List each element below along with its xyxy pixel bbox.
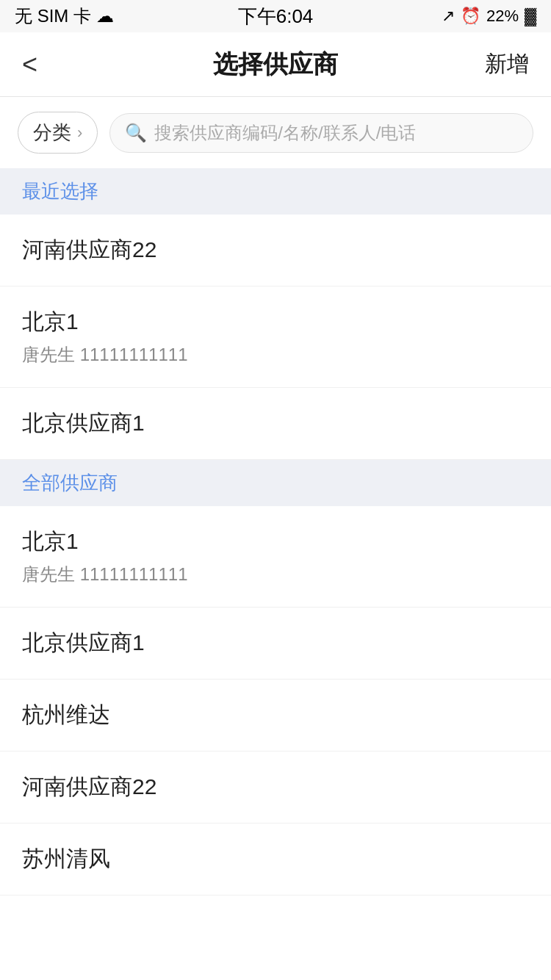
category-filter-button[interactable]: 分类 › — [18, 112, 98, 154]
all-supplier-list: 北京1唐先生 11111111111北京供应商1杭州维达河南供应商22苏州清风 — [0, 506, 551, 896]
recent-supplier-list: 河南供应商22北京1唐先生 11111111111北京供应商1 — [0, 215, 551, 460]
list-item[interactable]: 杭州维达 — [0, 680, 551, 752]
filter-row: 分类 › 🔍 搜索供应商编码/名称/联系人/电话 — [0, 97, 551, 168]
status-bar-time: 下午6:04 — [238, 4, 314, 29]
list-item[interactable]: 北京供应商1 — [0, 388, 551, 460]
supplier-name: 北京供应商1 — [22, 408, 529, 439]
list-item[interactable]: 北京1唐先生 11111111111 — [0, 506, 551, 608]
list-item[interactable]: 河南供应商22 — [0, 752, 551, 824]
list-item[interactable]: 苏州清风 — [0, 824, 551, 896]
search-placeholder-text: 搜索供应商编码/名称/联系人/电话 — [154, 121, 416, 145]
battery-label: 22% — [486, 7, 519, 26]
supplier-name: 河南供应商22 — [22, 772, 529, 802]
supplier-contact: 唐先生 11111111111 — [22, 563, 529, 586]
search-icon: 🔍 — [125, 123, 147, 143]
add-button[interactable]: 新增 — [485, 49, 529, 79]
alarm-icon: ⏰ — [461, 7, 480, 26]
list-item[interactable]: 北京供应商1 — [0, 608, 551, 680]
status-bar: 无 SIM 卡 ☁ 下午6:04 ↗ ⏰ 22% ▓ — [0, 0, 551, 32]
search-box[interactable]: 🔍 搜索供应商编码/名称/联系人/电话 — [109, 113, 533, 153]
category-label: 分类 — [33, 120, 71, 145]
supplier-name: 北京1 — [22, 307, 529, 337]
sim-label: 无 SIM 卡 ☁ — [15, 4, 114, 28]
status-bar-right: ↗ ⏰ 22% ▓ — [442, 7, 536, 26]
location-icon: ↗ — [442, 7, 455, 26]
all-section-header: 全部供应商 — [0, 460, 551, 506]
supplier-name: 北京1 — [22, 527, 529, 557]
supplier-name: 苏州清风 — [22, 844, 529, 874]
nav-bar: < 选择供应商 新增 — [0, 32, 551, 97]
battery-icon: ▓ — [525, 7, 536, 26]
back-button[interactable]: < — [22, 49, 66, 80]
list-item[interactable]: 河南供应商22 — [0, 215, 551, 287]
supplier-name: 北京供应商1 — [22, 628, 529, 658]
recent-section-header: 最近选择 — [0, 168, 551, 215]
page-title: 选择供应商 — [213, 48, 338, 82]
chevron-right-icon: › — [77, 123, 82, 143]
list-item[interactable]: 北京1唐先生 11111111111 — [0, 287, 551, 388]
status-bar-left: 无 SIM 卡 ☁ — [15, 4, 114, 28]
supplier-contact: 唐先生 11111111111 — [22, 343, 529, 367]
supplier-name: 河南供应商22 — [22, 235, 529, 265]
supplier-name: 杭州维达 — [22, 700, 529, 730]
